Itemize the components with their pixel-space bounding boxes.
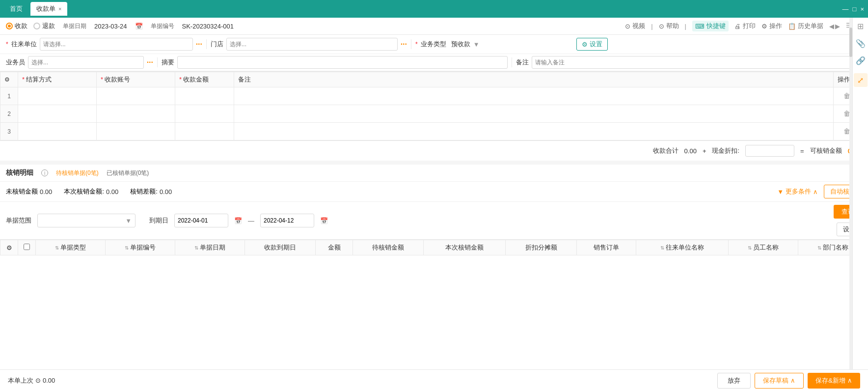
current-label: 本次核销金额: [64,187,104,196]
window-maximize-icon[interactable]: □ [853,5,857,13]
discard-button[interactable]: 放弃 [717,373,751,389]
remark-input[interactable] [532,56,862,69]
cell-settlement-2[interactable] [18,105,97,123]
tab-receipt-label: 收款单 [36,4,55,13]
diff-value: 0.00 [160,188,172,196]
settings-button[interactable]: ⚙ 设置 [576,38,608,51]
cell-note-1[interactable] [234,87,834,105]
note-input-2[interactable] [234,105,833,122]
store-more-btn[interactable]: ··· [401,40,407,49]
scrollbar-thumb[interactable] [849,28,852,57]
filter-icon: ▼ [777,188,784,196]
more-conditions-btn[interactable]: ▼ 更多条件 ∧ [777,187,818,196]
cal-to-icon[interactable]: 📅 [320,217,328,224]
save-new-arrow-icon: ∧ [847,377,852,384]
cell-settlement-3[interactable] [18,123,97,140]
range-select[interactable] [37,214,136,227]
tab-close-icon[interactable]: × [58,6,61,12]
bottom-col-type: ⇅ 单据类型 [36,240,106,255]
field-salesperson: 业务员 ··· [6,56,153,69]
btn-help[interactable]: ⊙ 帮助 [659,22,679,30]
field-store: 门店 ··· [211,38,407,51]
cell-amount-2[interactable] [175,105,234,123]
receipt-type-radio-group: 收款 退款 [6,22,55,30]
tab-receipt[interactable]: 收款单 × [30,2,67,16]
note-input-3[interactable] [234,123,833,140]
discount-input[interactable] [745,145,794,157]
unverified-value: 0.00 [40,188,52,196]
discount-label: 现金折扣: [712,146,739,155]
summary-input[interactable] [177,56,508,69]
bottom-col-gear[interactable]: ⚙ [0,240,18,255]
date-from-input[interactable] [174,214,228,227]
calendar-icon[interactable]: 📅 [135,23,143,30]
bottom-col-checkbox[interactable] [18,240,36,255]
scrollbar[interactable] [849,18,852,369]
cell-account-2[interactable] [97,105,175,123]
receipt-table-container: ⚙ * 结算方式 * 收款账号 * 收款金额 备注 [0,71,868,140]
cell-note-2[interactable] [234,105,834,123]
save-draft-button[interactable]: 保存草稿 ∧ [755,373,804,389]
radio-shoukuan[interactable]: 收款 [6,22,27,30]
settlement-input-2[interactable] [18,105,96,122]
account-input-2[interactable] [97,105,175,122]
btn-history[interactable]: 📋 历史单据 [788,22,823,30]
sidebar-table-icon[interactable]: ⊞ [857,22,864,31]
sidebar-attachment-icon[interactable]: 📎 [856,39,866,48]
account-input-3[interactable] [97,123,175,140]
customer-input[interactable] [40,38,193,51]
window-close-icon[interactable]: × [860,5,864,13]
amount-input-1[interactable] [175,87,234,105]
settlement-input-1[interactable] [18,87,96,105]
window-minimize-icon[interactable]: — [842,5,849,13]
cell-account-3[interactable] [97,123,175,140]
cell-settlement-1[interactable] [18,87,97,105]
customer-more-btn[interactable]: ··· [196,40,202,49]
cell-amount-3[interactable] [175,123,234,140]
cell-note-3[interactable] [234,123,834,140]
diff-label: 核销差额: [130,187,158,196]
amount-input-2[interactable] [175,105,234,122]
table-gear-col[interactable]: ⚙ [0,72,18,87]
settlement-input-3[interactable] [18,123,96,140]
account-input-1[interactable] [97,87,175,105]
store-label: 门店 [211,40,223,49]
radio-tuidan-label: 退款 [42,22,55,30]
select-all-checkbox[interactable] [24,244,30,250]
save-new-label: 保存&新增 [815,376,845,385]
salesperson-more-btn[interactable]: ··· [147,58,153,67]
save-new-button[interactable]: 保存&新增 ∧ [808,373,860,389]
cell-amount-1[interactable] [175,87,234,105]
btn-shortcut[interactable]: ⌨ 快捷键 [692,21,729,31]
tab-done[interactable]: 已核销单据(0笔) [107,169,149,177]
sidebar-link-icon[interactable]: 🔗 [856,56,866,65]
tab-home-label: 首页 [10,4,23,13]
salesperson-input[interactable] [28,56,144,69]
biztype-dropdown-icon[interactable]: ▼ [473,41,480,48]
tab-home[interactable]: 首页 [4,2,28,16]
help-icon: ⊙ [659,23,664,30]
date-to-input[interactable] [260,214,314,227]
tab-pending[interactable]: 待核销单据(0笔) [56,169,99,177]
salesperson-label: 业务员 [6,58,25,67]
btn-print[interactable]: 🖨 打印 [734,22,756,30]
verify-section: 核销明细 i 待核销单据(0笔) 已核销单据(0笔) 未核销金额 0.00 本次… [0,165,868,391]
store-input[interactable] [226,38,398,51]
main-content: 收款 退款 单据日期 2023-03-24 📅 单据编号 SK-20230324… [0,18,868,391]
customer-label: 往来单位 [11,40,37,49]
nav-left-icon[interactable]: ◀ [829,23,834,30]
verify-info-icon[interactable]: i [41,169,48,176]
bottom-col-number: ⇅ 单据编号 [105,240,175,255]
note-input-1[interactable] [234,87,833,105]
amount-input-3[interactable] [175,123,234,140]
nav-right-icon[interactable]: ▶ [835,23,840,30]
nav-arrows: ◀ ▶ [829,23,840,30]
sidebar-expand-icon[interactable]: ⤢ [854,73,868,87]
cal-from-icon[interactable]: 📅 [234,217,242,224]
cell-account-1[interactable] [97,87,175,105]
stat-diff: 核销差额: 0.00 [130,187,172,196]
btn-video[interactable]: ⊙ 视频 [625,22,645,30]
radio-tuidan[interactable]: 退款 [33,22,55,30]
total-value: 0.00 [684,147,697,155]
btn-operate[interactable]: ⚙ 操作 [761,22,782,30]
